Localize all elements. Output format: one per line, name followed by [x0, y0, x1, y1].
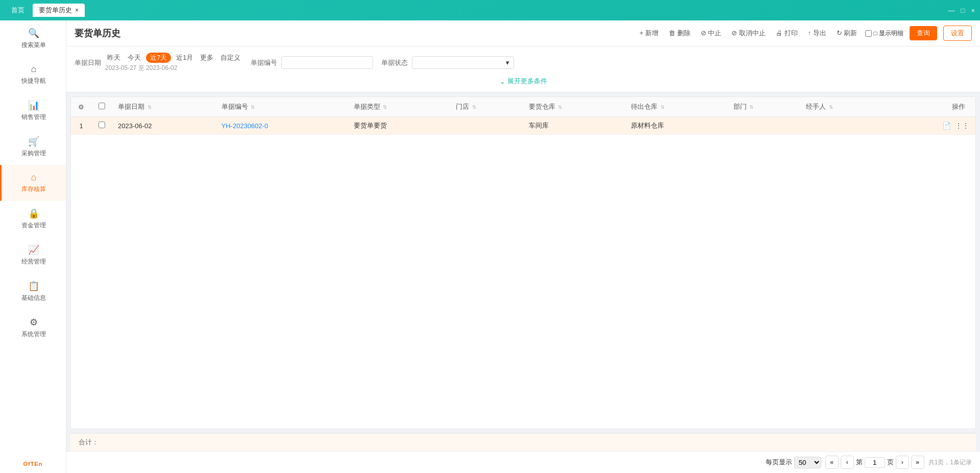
- row-department: [727, 117, 800, 135]
- doc-no-input[interactable]: [281, 56, 373, 69]
- sidebar-item-purchase-label: 采购管理: [21, 149, 46, 158]
- col-pending-warehouse[interactable]: 待出仓库 ⇅: [625, 97, 727, 117]
- date-yesterday[interactable]: 昨天: [105, 53, 122, 63]
- new-button[interactable]: + 新增: [638, 28, 660, 39]
- page-input[interactable]: [865, 457, 885, 468]
- sidebar-item-sales-label: 销售管理: [21, 113, 46, 122]
- display-detail-checkbox[interactable]: □ 显示明细: [865, 29, 903, 38]
- sidebar-item-basic-info[interactable]: 📋 基础信息: [0, 273, 66, 310]
- row-action-view[interactable]: 📄: [942, 122, 951, 130]
- row-pending-warehouse: 原材料仓库: [625, 117, 727, 135]
- export-button[interactable]: ↑ 导出: [806, 28, 828, 39]
- sidebar-item-quick-nav-label: 快捷导航: [21, 77, 46, 85]
- status-select[interactable]: ▾: [412, 56, 514, 69]
- date-filter-group: 单据日期 昨天 今天 近7天 近1月 更多 自定义 2023-05-27 至 2…: [75, 53, 242, 73]
- sidebar-item-inventory[interactable]: ⌂ 库存核算: [0, 165, 66, 201]
- date-1month[interactable]: 近1月: [174, 53, 195, 63]
- basic-info-icon: 📋: [28, 280, 39, 292]
- sort-doc-no-icon: ⇅: [251, 104, 255, 110]
- delete-button[interactable]: 🗑 删除: [667, 28, 693, 39]
- filter-row: 单据日期 昨天 今天 近7天 近1月 更多 自定义 2023-05-27 至 2…: [75, 53, 972, 73]
- maximize-btn[interactable]: □: [961, 7, 965, 14]
- expand-more-btn[interactable]: ⌄ 展开更多条件: [75, 77, 972, 86]
- col-req-warehouse[interactable]: 要货仓库 ⇅: [523, 97, 625, 117]
- col-doc-no[interactable]: 单据编号 ⇅: [215, 97, 348, 117]
- col-checkbox[interactable]: [91, 97, 112, 117]
- sort-pending-warehouse-icon: ⇅: [660, 104, 665, 110]
- col-doc-type[interactable]: 单据类型 ⇅: [348, 97, 450, 117]
- sidebar-item-search[interactable]: 🔍 搜索菜单: [0, 20, 66, 57]
- top-bar: 首页 要货单历史 × — □ ×: [0, 0, 980, 20]
- stop-button[interactable]: ⊘ 中止: [699, 28, 724, 39]
- date-today[interactable]: 今天: [126, 53, 143, 63]
- sidebar: 🔍 搜索菜单 ⌂ 快捷导航 📊 销售管理 🛒 采购管理 ⌂ 库存核算 🔒 资金管…: [0, 20, 66, 473]
- active-tab[interactable]: 要货单历史 ×: [33, 4, 85, 17]
- purchase-icon: 🛒: [28, 136, 39, 147]
- row-doc-no-link[interactable]: YH-20230602-0: [222, 122, 268, 130]
- filter-area: 单据日期 昨天 今天 近7天 近1月 更多 自定义 2023-05-27 至 2…: [66, 46, 980, 92]
- row-doc-no[interactable]: YH-20230602-0: [215, 117, 348, 135]
- sidebar-item-basic-info-label: 基础信息: [21, 294, 46, 302]
- close-tab-icon[interactable]: ×: [75, 7, 79, 14]
- content-area: 要货单历史 + 新增 🗑 删除 ⊘ 中止 ⊘ 取消中止 🖨 打印 ↑ 导出 ↻ …: [66, 20, 980, 473]
- row-action-more[interactable]: ⋮⋮: [955, 122, 969, 130]
- table-settings-icon[interactable]: ⚙: [78, 103, 84, 111]
- sidebar-item-purchase[interactable]: 🛒 采购管理: [0, 129, 66, 165]
- col-doc-date[interactable]: 单据日期 ⇅: [112, 97, 215, 117]
- status-label: 单据状态: [381, 58, 408, 67]
- sort-store-icon: ⇅: [472, 104, 476, 110]
- row-req-warehouse: 车间库: [523, 117, 625, 135]
- col-handler[interactable]: 经手人 ⇅: [800, 97, 887, 117]
- chevron-down-icon: ▾: [506, 59, 509, 66]
- sidebar-item-quick-nav[interactable]: ⌂ 快捷导航: [0, 57, 66, 92]
- prev-page-btn[interactable]: ‹: [841, 456, 854, 469]
- first-page-btn[interactable]: «: [825, 456, 839, 469]
- col-department[interactable]: 部门 ⇅: [727, 97, 800, 117]
- settings-button[interactable]: 设置: [943, 26, 972, 41]
- row-action: 📄 ⋮⋮: [888, 117, 975, 135]
- last-page-btn[interactable]: »: [911, 456, 924, 469]
- sort-doc-date-icon: ⇅: [148, 104, 152, 110]
- sidebar-item-inventory-label: 库存核算: [21, 185, 46, 194]
- display-detail-input[interactable]: [865, 30, 872, 37]
- date-7days[interactable]: 近7天: [146, 53, 171, 63]
- date-more[interactable]: 更多: [198, 53, 215, 63]
- quick-nav-icon: ⌂: [31, 64, 37, 75]
- col-settings[interactable]: ⚙: [71, 97, 91, 117]
- col-action: 操作: [888, 97, 975, 117]
- minimize-btn[interactable]: —: [948, 7, 955, 14]
- sort-doc-type-icon: ⇅: [383, 104, 387, 110]
- col-store[interactable]: 门店 ⇅: [450, 97, 522, 117]
- print-button[interactable]: 🖨 打印: [774, 28, 800, 39]
- doc-no-label: 单据编号: [251, 58, 277, 67]
- main-layout: 🔍 搜索菜单 ⌂ 快捷导航 📊 销售管理 🛒 采购管理 ⌂ 库存核算 🔒 资金管…: [0, 20, 980, 473]
- sidebar-item-search-label: 搜索菜单: [21, 41, 46, 50]
- date-custom[interactable]: 自定义: [218, 53, 242, 63]
- query-button[interactable]: 查询: [910, 26, 937, 40]
- search-menu-icon: 🔍: [28, 28, 39, 39]
- next-page-btn[interactable]: ›: [896, 456, 909, 469]
- page-label: 第: [856, 458, 863, 467]
- operation-icon: 📈: [28, 244, 39, 255]
- brand-logo: OfTEn: [0, 455, 66, 473]
- sidebar-item-system[interactable]: ⚙ 系统管理: [0, 310, 66, 346]
- row-handler: [800, 117, 887, 135]
- row-checkbox[interactable]: [99, 122, 105, 128]
- close-window-btn[interactable]: ×: [971, 7, 975, 14]
- date-shortcuts: 昨天 今天 近7天 近1月 更多 自定义: [105, 53, 242, 63]
- page-title: 要货单历史: [75, 27, 120, 39]
- home-tab[interactable]: 首页: [5, 4, 31, 17]
- sidebar-item-system-label: 系统管理: [21, 330, 46, 339]
- cancel-stop-button[interactable]: ⊘ 取消中止: [729, 28, 768, 39]
- active-tab-label: 要货单历史: [39, 6, 72, 15]
- sidebar-item-sales[interactable]: 📊 销售管理: [0, 92, 66, 129]
- page-size-select[interactable]: 50 100 200: [794, 457, 821, 468]
- sidebar-item-operation[interactable]: 📈 经营管理: [0, 237, 66, 273]
- pagination: 每页显示 50 100 200 « ‹ 第 页 › » 共1页，1条记录: [66, 451, 980, 473]
- summary-label: 合计：: [79, 438, 99, 447]
- select-all-checkbox[interactable]: [99, 103, 105, 109]
- sidebar-item-finance[interactable]: 🔒 资金管理: [0, 201, 66, 237]
- table-container: ⚙ 单据日期 ⇅ 单据编号 ⇅: [70, 97, 976, 429]
- row-checkbox-col[interactable]: [91, 117, 112, 135]
- refresh-button[interactable]: ↻ 刷新: [835, 28, 860, 39]
